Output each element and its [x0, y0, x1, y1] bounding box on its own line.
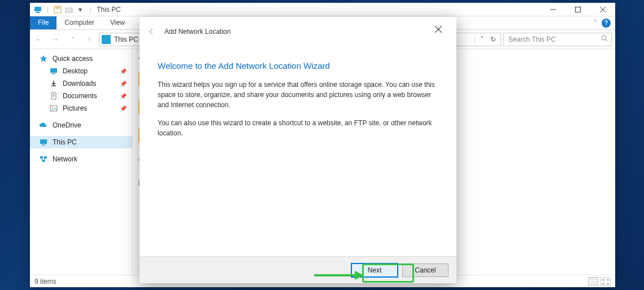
close-button[interactable]: [590, 3, 615, 16]
search-icon[interactable]: [601, 35, 608, 43]
dialog-back-button[interactable]: [146, 27, 156, 37]
pin-icon: 📌: [120, 81, 127, 87]
svg-point-19: [52, 107, 53, 108]
cancel-button[interactable]: Cancel: [402, 263, 449, 277]
pin-icon: 📌: [120, 68, 127, 74]
sidebar-item-label: Documents: [63, 92, 97, 100]
pictures-icon: [49, 104, 58, 113]
sidebar-item-label: Network: [53, 155, 77, 163]
svg-rect-3: [55, 7, 60, 8]
separator: |: [45, 6, 51, 14]
pin-icon: 📌: [120, 106, 127, 112]
sidebar-item-desktop[interactable]: Desktop 📌: [30, 65, 132, 77]
svg-rect-22: [40, 156, 43, 159]
dialog-footer: Next Cancel: [140, 256, 456, 283]
star-icon: [39, 54, 48, 63]
network-icon: [39, 155, 48, 164]
address-dropdown-icon[interactable]: ˅: [475, 36, 485, 43]
view-toggles: [588, 277, 611, 286]
onedrive-icon: [39, 121, 48, 130]
pin-icon: 📌: [120, 93, 127, 99]
svg-rect-0: [34, 7, 41, 11]
dialog-body: Welcome to the Add Network Location Wiza…: [140, 42, 456, 256]
tab-file[interactable]: File: [30, 16, 56, 29]
help-icon[interactable]: ?: [602, 19, 611, 28]
window-controls: [541, 3, 615, 16]
nav-recent-button[interactable]: ˅: [65, 32, 80, 47]
svg-marker-11: [40, 55, 47, 62]
svg-rect-4: [66, 8, 72, 12]
sidebar-item-label: OneDrive: [53, 121, 81, 129]
documents-icon: [49, 91, 58, 100]
properties-icon[interactable]: [53, 5, 62, 14]
sidebar-item-label: This PC: [53, 138, 77, 146]
dialog-title: Add Network Location: [164, 28, 230, 36]
add-network-location-dialog: Add Network Location Welcome to the Add …: [140, 17, 456, 283]
dialog-close-button[interactable]: [427, 21, 450, 37]
sidebar-item-label: Desktop: [63, 67, 88, 75]
separator2: |: [87, 6, 93, 14]
tab-view[interactable]: View: [102, 16, 133, 29]
svg-point-9: [602, 36, 606, 40]
svg-rect-1: [36, 12, 40, 13]
downloads-icon: [49, 79, 58, 88]
desktop-icon: [49, 67, 58, 76]
sidebar-item-documents[interactable]: Documents 📌: [30, 90, 132, 102]
sidebar-item-downloads[interactable]: Downloads 📌: [30, 77, 132, 90]
sidebar-item-this-pc[interactable]: This PC: [30, 136, 132, 148]
sidebar-item-label: Pictures: [63, 104, 87, 112]
address-label: This PC: [114, 36, 138, 43]
ribbon-collapse-icon[interactable]: ˅: [594, 19, 597, 27]
svg-line-10: [606, 39, 607, 41]
window-title: This PC: [93, 6, 121, 14]
sidebar-item-onedrive[interactable]: OneDrive: [30, 119, 132, 131]
svg-rect-12: [50, 68, 57, 73]
address-this-pc-icon: [102, 35, 111, 44]
new-folder-icon[interactable]: [64, 5, 73, 14]
this-pc-icon: [33, 5, 42, 14]
search-box[interactable]: [503, 33, 612, 46]
navigation-pane: Quick access Desktop 📌 Downloads 📌 Docum…: [30, 49, 133, 275]
maximize-button[interactable]: [565, 3, 590, 16]
icons-view-toggle[interactable]: [601, 277, 611, 286]
sidebar-item-pictures[interactable]: Pictures 📌: [30, 102, 132, 115]
search-input[interactable]: [507, 35, 601, 44]
svg-rect-21: [42, 144, 45, 146]
status-item-count: 9 items: [34, 278, 56, 285]
svg-rect-14: [51, 93, 56, 99]
svg-rect-6: [576, 7, 581, 12]
tab-computer[interactable]: Computer: [56, 16, 102, 29]
sidebar-item-network[interactable]: Network: [30, 153, 132, 165]
sidebar-item-quick-access[interactable]: Quick access: [30, 52, 132, 65]
title-bar: | ▾ | This PC: [30, 3, 615, 16]
nav-back-button[interactable]: ←: [31, 32, 46, 47]
dialog-title-bar: Add Network Location: [140, 17, 456, 42]
svg-rect-23: [44, 156, 47, 159]
ribbon-help: ˅ ?: [594, 16, 615, 29]
refresh-icon[interactable]: ↻: [488, 36, 498, 43]
this-pc-icon: [39, 138, 48, 147]
dialog-paragraph-2: You can also use this wizard to create a…: [158, 118, 438, 138]
sidebar-item-label: Downloads: [63, 80, 96, 87]
svg-rect-2: [54, 6, 61, 13]
overflow-icon[interactable]: ▾: [76, 5, 85, 14]
dialog-paragraph-1: This wizard helps you sign up for a serv…: [158, 80, 438, 110]
svg-rect-20: [40, 139, 47, 144]
nav-forward-button[interactable]: →: [48, 32, 63, 47]
minimize-button[interactable]: [541, 3, 565, 16]
details-view-toggle[interactable]: [588, 277, 598, 286]
dialog-heading: Welcome to the Add Network Location Wiza…: [158, 61, 438, 71]
nav-up-button[interactable]: ↑: [82, 32, 97, 47]
quick-access-toolbar: | ▾ |: [30, 5, 93, 14]
sidebar-item-label: Quick access: [53, 55, 93, 63]
next-button[interactable]: Next: [351, 263, 398, 277]
svg-rect-13: [52, 73, 55, 74]
